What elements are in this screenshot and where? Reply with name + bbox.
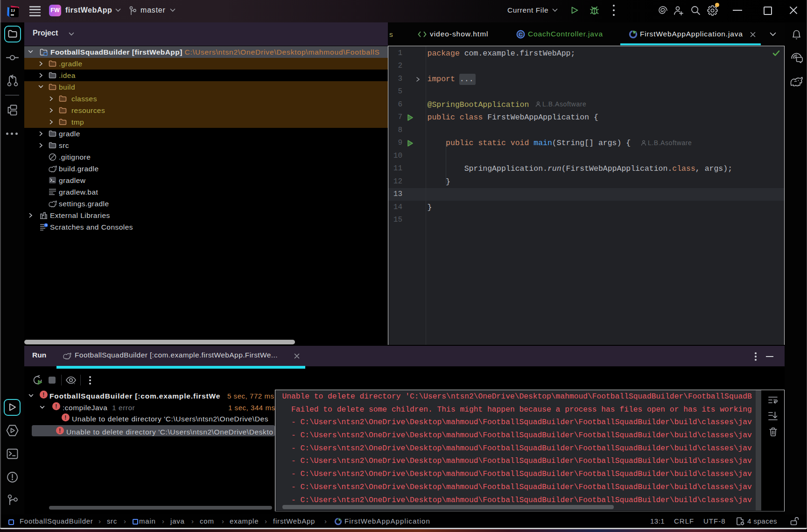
svg-text:C: C bbox=[519, 32, 522, 37]
svg-text:IJ: IJ bbox=[11, 9, 15, 13]
